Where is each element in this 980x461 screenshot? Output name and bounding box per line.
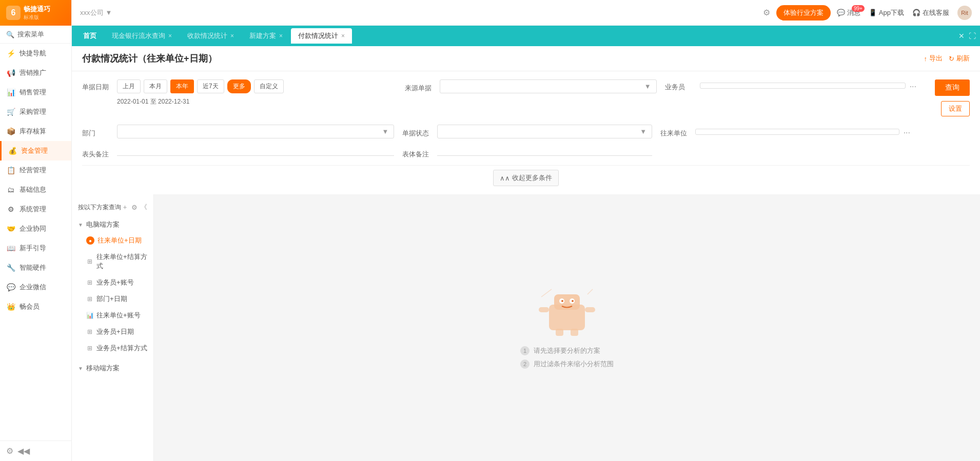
scheme-item-0-2[interactable]: ⊞业务员+账号 bbox=[72, 274, 153, 291]
sidebar-item-purchase[interactable]: 🛒采购管理 bbox=[0, 102, 71, 122]
scheme-item-0-6[interactable]: ⊞业务员+结算方式 bbox=[72, 340, 153, 356]
salesperson-more-icon[interactable]: ··· bbox=[910, 80, 916, 91]
counterparty-input[interactable] bbox=[695, 129, 899, 135]
tab-receipt-stats[interactable]: 收款情况统计× bbox=[180, 28, 241, 44]
scheme-groups: ▼电脑端方案●往来单位+日期⊞往来单位+结算方式⊞业务员+账号⊞部门+日期📊往来… bbox=[72, 215, 153, 378]
wechat-icon: 💬 bbox=[6, 283, 15, 292]
tab-close-receipt-stats[interactable]: × bbox=[230, 32, 234, 39]
dept-select[interactable]: ▼ bbox=[117, 125, 394, 138]
collapse-icon: ∧∧ bbox=[500, 174, 510, 182]
finance-icon: 💰 bbox=[8, 146, 17, 155]
dept-filter-label: 部门 bbox=[82, 126, 113, 138]
date-option-3[interactable]: 近7天 bbox=[197, 79, 224, 93]
voucher-status-select[interactable]: ▼ bbox=[437, 125, 652, 138]
header-settings-icon[interactable]: ⚙ bbox=[763, 8, 770, 17]
collapse-conditions-btn[interactable]: ∧∧ 收起更多条件 bbox=[493, 170, 559, 186]
guide-icon: 📖 bbox=[6, 244, 15, 253]
app-download-btn[interactable]: 📱 App下载 bbox=[869, 8, 904, 17]
sidebar: 6 畅捷通巧 标准版 🔍 搜索菜单 ⚡快捷导航📢营销推广📊销售管理🛒采购管理📦库… bbox=[0, 0, 72, 461]
date-option-5[interactable]: 自定义 bbox=[254, 79, 284, 93]
scheme-item-0-3[interactable]: ⊞部门+日期 bbox=[72, 291, 153, 307]
salesperson-input[interactable] bbox=[700, 83, 906, 89]
sidebar-nav: ⚡快捷导航📢营销推广📊销售管理🛒采购管理📦库存核算💰资金管理📋经营管理🗂基础信息… bbox=[0, 44, 71, 316]
empty-tip-2: 2 用过滤条件来缩小分析范围 bbox=[520, 359, 614, 369]
filter-row-3: 表头备注 表体备注 bbox=[82, 147, 970, 159]
scheme-group-header-0[interactable]: ▼电脑端方案 bbox=[72, 217, 153, 232]
counterparty-filter-group: 往来单位 ··· bbox=[660, 126, 910, 138]
sidebar-item-enterprise[interactable]: 🤝企业协同 bbox=[0, 219, 71, 238]
scheme-settings-icon[interactable]: ⚙ bbox=[131, 204, 138, 211]
logo-icon: 6 bbox=[6, 6, 21, 20]
sidebar-item-finance[interactable]: 💰资金管理 bbox=[0, 141, 71, 161]
scheme-grid-icon: ⊞ bbox=[86, 279, 93, 286]
voucher-status-dropdown-icon: ▼ bbox=[640, 128, 646, 135]
tab-payment-stats[interactable]: 付款情况统计× bbox=[291, 28, 352, 44]
page-title: 付款情况统计（往来单位+日期） bbox=[82, 52, 217, 65]
logo-text: 畅捷通巧 标准版 bbox=[24, 5, 50, 21]
date-option-1[interactable]: 本月 bbox=[144, 79, 167, 93]
tab-close-new-plan[interactable]: × bbox=[279, 32, 283, 39]
query-btn[interactable]: 查询 bbox=[935, 79, 970, 96]
body-remark-input[interactable] bbox=[437, 150, 652, 156]
refresh-btn[interactable]: ↻ 刷新 bbox=[949, 54, 970, 63]
scheme-item-0-1[interactable]: ⊞往来单位+结算方式 bbox=[72, 249, 153, 274]
tab-close-bank-flow[interactable]: × bbox=[168, 32, 172, 39]
export-btn[interactable]: ↑ 导出 bbox=[924, 54, 943, 63]
source-filter-label: 来源单据 bbox=[405, 81, 436, 93]
company-name: xxx公司 bbox=[80, 8, 104, 17]
date-option-4[interactable]: 更多 bbox=[227, 79, 251, 93]
scheme-group-arrow-1: ▼ bbox=[78, 366, 83, 371]
add-scheme-icon[interactable]: ＋ bbox=[122, 203, 128, 212]
maximize-window-icon[interactable]: ⛶ bbox=[969, 32, 976, 40]
counterparty-filter-label: 往来单位 bbox=[660, 126, 691, 138]
counterparty-more-icon[interactable]: ··· bbox=[904, 126, 910, 137]
notifications-btn[interactable]: 💬 消息 99+ bbox=[837, 8, 860, 17]
tab-close-payment-stats[interactable]: × bbox=[341, 32, 345, 39]
user-avatar[interactable]: Rit bbox=[957, 6, 972, 20]
svg-line-10 bbox=[541, 289, 552, 297]
dept-filter-group: 部门 ▼ bbox=[82, 125, 394, 138]
empty-state: 1 请先选择要分析的方案 2 用过滤条件来缩小分析范围 bbox=[520, 287, 614, 369]
sidebar-item-sales[interactable]: 📊销售管理 bbox=[0, 83, 71, 102]
date-option-0[interactable]: 上月 bbox=[117, 79, 141, 93]
tab-bank-flow[interactable]: 现金银行流水查询× bbox=[105, 28, 179, 44]
sidebar-item-operations[interactable]: 📋经营管理 bbox=[0, 161, 71, 180]
main-area: xxx公司 ▼ ⚙ 体验行业方案 💬 消息 99+ 📱 App下载 🎧 在线客服… bbox=[72, 0, 980, 461]
scheme-panel: 按以下方案查询 ＋ ⚙ 《 ▼电脑端方案●往来单位+日期⊞往来单位+结算方式⊞业… bbox=[72, 194, 154, 461]
date-options: 上月本月本年近7天更多自定义 bbox=[117, 79, 284, 93]
svg-rect-7 bbox=[585, 307, 595, 312]
online-service-btn[interactable]: 🎧 在线客服 bbox=[912, 8, 949, 17]
trial-btn[interactable]: 体验行业方案 bbox=[776, 5, 831, 21]
sidebar-item-system[interactable]: ⚙系统管理 bbox=[0, 199, 71, 219]
sidebar-item-member[interactable]: 👑畅会员 bbox=[0, 297, 71, 316]
scheme-panel-actions: ＋ ⚙ 《 bbox=[122, 203, 147, 212]
settings-icon[interactable]: ⚙ bbox=[6, 446, 13, 456]
header-remark-input[interactable] bbox=[117, 150, 394, 156]
source-select[interactable]: ▼ bbox=[440, 79, 656, 93]
scheme-chart-icon: 📊 bbox=[86, 312, 93, 319]
member-icon: 👑 bbox=[6, 302, 15, 311]
sidebar-item-hardware[interactable]: 🔧智能硬件 bbox=[0, 258, 71, 277]
breadcrumb-dropdown-icon[interactable]: ▼ bbox=[106, 9, 112, 16]
scheme-item-0-5[interactable]: ⊞业务员+日期 bbox=[72, 324, 153, 340]
sidebar-item-basic-info[interactable]: 🗂基础信息 bbox=[0, 180, 71, 199]
collapse-sidebar-icon[interactable]: ◀◀ bbox=[17, 446, 30, 456]
filter-settings-btn[interactable]: 设置 bbox=[941, 101, 970, 116]
scheme-group-header-1[interactable]: ▼移动端方案 bbox=[72, 360, 153, 376]
scheme-collapse-icon[interactable]: 《 bbox=[141, 203, 147, 212]
scheme-item-0-0[interactable]: ●往来单位+日期 bbox=[72, 232, 153, 249]
sidebar-item-marketing[interactable]: 📢营销推广 bbox=[0, 63, 71, 83]
close-window-icon[interactable]: ✕ bbox=[958, 32, 965, 40]
search-menu[interactable]: 🔍 搜索菜单 bbox=[0, 26, 71, 44]
content-area: 付款情况统计（往来单位+日期） ↑ 导出 ↻ 刷新 单据日期 bbox=[72, 46, 980, 461]
sidebar-item-inventory[interactable]: 📦库存核算 bbox=[0, 122, 71, 141]
tab-new-plan[interactable]: 新建方案× bbox=[242, 28, 290, 44]
sidebar-item-guide[interactable]: 📖新手引导 bbox=[0, 238, 71, 258]
sidebar-item-quick-nav[interactable]: ⚡快捷导航 bbox=[0, 44, 71, 63]
tab-home[interactable]: 首页 bbox=[76, 28, 104, 44]
refresh-icon: ↻ bbox=[949, 55, 954, 63]
date-option-2[interactable]: 本年 bbox=[170, 79, 194, 93]
breadcrumb: xxx公司 ▼ bbox=[80, 8, 757, 17]
sidebar-item-wechat[interactable]: 💬企业微信 bbox=[0, 277, 71, 297]
scheme-item-0-4[interactable]: 📊往来单位+账号 bbox=[72, 307, 153, 324]
